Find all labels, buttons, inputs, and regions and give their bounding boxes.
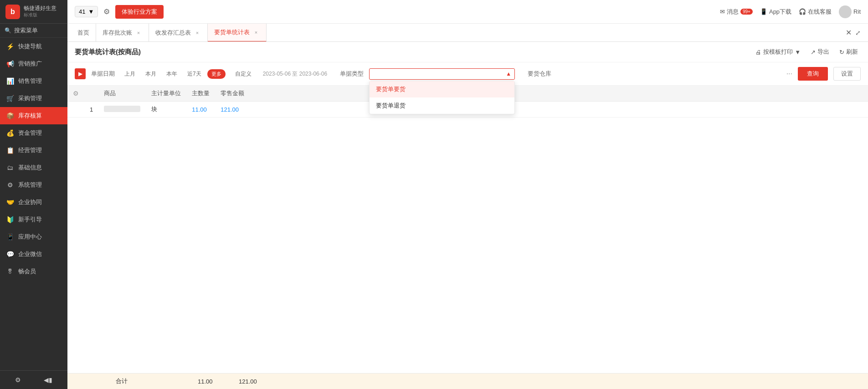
sidebar-item-marketing[interactable]: 📢 营销推广 — [0, 55, 67, 72]
type-input[interactable] — [369, 68, 515, 80]
enterprise-icon: 🤝 — [5, 199, 15, 206]
sidebar-item-label: 系统管理 — [18, 181, 42, 189]
sidebar-item-purchase[interactable]: 🛒 采购管理 — [0, 90, 67, 107]
user-name: Rit — [853, 8, 861, 15]
page-actions: 🖨 按模板打印 ▼ ↗ 导出 ↻ 刷新 — [753, 46, 861, 57]
tab-expand[interactable]: ⤢ — [855, 29, 861, 36]
export-button[interactable]: ↗ 导出 — [808, 46, 832, 57]
col-index — [84, 86, 98, 102]
cell-amount: 121.00 — [215, 102, 250, 118]
quantity-link[interactable]: 11.00 — [192, 106, 207, 113]
sidebar-item-label: 营销推广 — [18, 60, 42, 68]
sidebar-item-label: 销售管理 — [18, 77, 42, 85]
tab-close-inventory-batch[interactable]: × — [135, 29, 142, 36]
column-settings-icon[interactable]: ⚙ — [73, 90, 79, 97]
warehouse-more-btn[interactable]: ··· — [786, 70, 792, 78]
sidebar-item-finance[interactable]: 💰 资金管理 — [0, 124, 67, 142]
dropdown-item-order-return[interactable]: 要货单退货 — [370, 97, 514, 114]
sidebar-item-operations[interactable]: 📋 经营管理 — [0, 142, 67, 159]
sidebar-menu: ⚡ 快捷导航 📢 营销推广 📊 销售管理 🛒 采购管理 📦 库存核算 💰 资金管… — [0, 38, 67, 370]
type-input-wrapper: ▲ 要货单要货 要货单退货 — [369, 68, 515, 80]
tab-home[interactable]: 首页 — [71, 24, 96, 42]
guide-icon: 🔰 — [5, 216, 15, 223]
pill-this-month[interactable]: 本月 — [141, 68, 160, 80]
app-download-item[interactable]: 📱 App下载 — [760, 8, 791, 16]
type-dropdown: 要货单要货 要货单退货 — [369, 81, 515, 114]
sidebar-item-app-center[interactable]: 📱 应用中心 — [0, 228, 67, 246]
store-number: 41 — [79, 8, 85, 15]
print-button[interactable]: 🖨 按模板打印 ▼ — [753, 46, 803, 57]
cell-index: 1 — [84, 102, 98, 118]
amount-link[interactable]: 121.00 — [221, 106, 239, 113]
message-badge: 99+ — [740, 9, 753, 15]
tab-inventory-batch[interactable]: 库存批次账 × — [96, 24, 149, 42]
sidebar-item-inventory[interactable]: 📦 库存核算 — [0, 107, 67, 124]
trial-button[interactable]: 体验行业方案 — [115, 5, 164, 19]
col-unit: 主计量单位 — [146, 86, 186, 102]
sidebar-item-quick-nav[interactable]: ⚡ 快捷导航 — [0, 38, 67, 55]
search-icon: 🔍 — [5, 27, 11, 34]
pill-this-year[interactable]: 本年 — [162, 68, 181, 80]
refresh-button[interactable]: ↻ 刷新 — [837, 46, 861, 57]
tab-close-receivable-summary[interactable]: × — [194, 29, 201, 36]
sidebar: b 畅捷通好生意 标准版 🔍 搜索菜单 ⚡ 快捷导航 📢 营销推广 📊 销售管理… — [0, 0, 67, 389]
cell-settings — [67, 102, 84, 118]
sales-icon: 📊 — [5, 77, 15, 85]
message-item[interactable]: ✉ 消息 99+ — [720, 8, 753, 16]
user-avatar-item[interactable]: Rit — [839, 5, 861, 18]
pill-last-month[interactable]: 上月 — [120, 68, 139, 80]
pill-more[interactable]: 更多 — [207, 69, 226, 79]
sidebar-item-enterprise[interactable]: 🤝 企业协同 — [0, 194, 67, 211]
refresh-label: 刷新 — [846, 48, 858, 56]
col-settings[interactable]: ⚙ — [67, 86, 84, 102]
sidebar-item-sales[interactable]: 📊 销售管理 — [0, 72, 67, 90]
message-icon: ✉ — [720, 8, 725, 15]
topbar: 41 ▼ ⚙ 体验行业方案 ✉ 消息 99+ 📱 App下载 🎧 在线客服 R — [67, 0, 868, 24]
print-label: 按模板打印 — [763, 48, 793, 56]
sidebar-item-label: 应用中心 — [18, 233, 42, 241]
sidebar-settings-btn[interactable]: ⚙ — [13, 374, 23, 385]
tab-window-close[interactable]: ✕ — [846, 28, 852, 37]
tab-receivable-summary[interactable]: 收发存汇总表 × — [149, 24, 208, 42]
query-button[interactable]: 查询 — [798, 67, 828, 81]
sidebar-item-label: 采购管理 — [18, 94, 42, 102]
store-selector[interactable]: 41 ▼ — [75, 6, 98, 17]
tab-label: 收发存汇总表 — [155, 29, 191, 37]
sidebar-search[interactable]: 🔍 搜索菜单 — [0, 24, 67, 38]
export-label: 导出 — [817, 48, 829, 56]
dropdown-item-order-goods[interactable]: 要货单要货 — [370, 81, 514, 97]
operations-icon: 📋 — [5, 147, 15, 154]
page: 要货单统计表(按商品) 🖨 按模板打印 ▼ ↗ 导出 ↻ 刷新 — [67, 42, 868, 389]
message-label: 消息 — [727, 8, 739, 16]
app-download-label: App下载 — [769, 8, 791, 16]
tab-close-order-stats[interactable]: × — [252, 29, 260, 36]
sidebar-search-label: 搜索菜单 — [14, 26, 38, 35]
app-center-icon: 📱 — [5, 233, 15, 241]
finance-icon: 💰 — [5, 129, 15, 137]
pill-custom[interactable]: 自定义 — [231, 68, 256, 80]
type-dropdown-arrow[interactable]: ▲ — [506, 71, 511, 77]
sidebar-item-basic[interactable]: 🗂 基础信息 — [0, 159, 67, 176]
warehouse-filter-label: 要货仓库 — [528, 70, 551, 78]
setting-button[interactable]: 设置 — [833, 67, 861, 81]
tab-order-stats[interactable]: 要货单统计表 × — [208, 24, 267, 42]
settings-icon[interactable]: ⚙ — [103, 7, 110, 16]
sidebar-item-member[interactable]: 🎖 畅会员 — [0, 263, 67, 280]
footer-quantity: 11.00 — [192, 378, 233, 385]
print-icon: 🖨 — [755, 49, 761, 56]
sidebar-item-system[interactable]: ⚙ 系统管理 — [0, 176, 67, 194]
pill-last-7-days[interactable]: 近7天 — [183, 68, 205, 80]
logo-icon: b — [5, 5, 20, 19]
inventory-icon: 📦 — [5, 112, 15, 119]
sidebar-item-label: 新手引导 — [18, 215, 42, 224]
sidebar-collapse-btn[interactable]: ◀▮ — [42, 374, 54, 385]
sidebar-item-guide[interactable]: 🔰 新手引导 — [0, 211, 67, 228]
sidebar-footer: ⚙ ◀▮ — [0, 370, 67, 389]
sidebar-item-label: 库存核算 — [18, 112, 42, 120]
table-container: ⚙ 商品 主计量单位 主数量 零售金额 1 — [67, 86, 868, 373]
online-service-item[interactable]: 🎧 在线客服 — [799, 8, 832, 16]
filter-toggle-btn[interactable]: ▶ — [75, 68, 86, 79]
sidebar-item-wechat[interactable]: 💬 企业微信 — [0, 246, 67, 263]
system-icon: ⚙ — [5, 181, 15, 189]
footer-amount: 121.00 — [233, 378, 262, 385]
